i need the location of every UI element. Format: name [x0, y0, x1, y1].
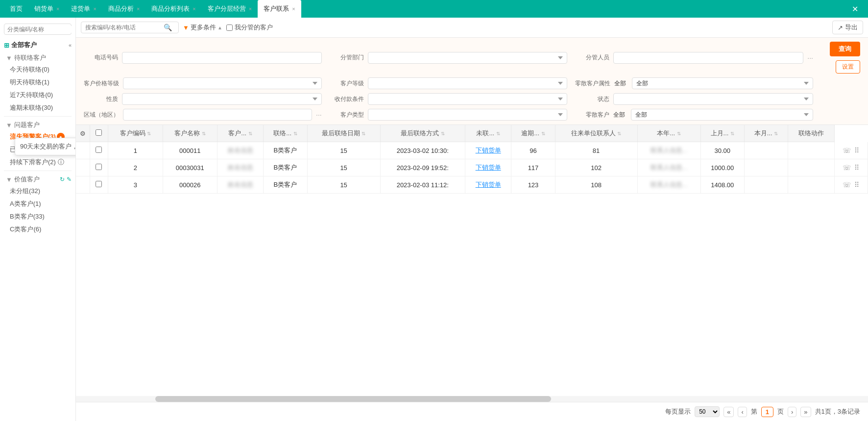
nav-home[interactable]: 首页	[4, 0, 28, 18]
filter-status-label: 状态	[575, 95, 609, 103]
my-customers-checkbox-wrap[interactable]: 我分管的客户	[226, 23, 273, 32]
filter-phone-input[interactable]	[122, 52, 322, 64]
row-method-2[interactable]: 下销货单	[465, 176, 511, 194]
filter-payment-select[interactable]	[368, 93, 568, 105]
th-checkbox[interactable]	[90, 125, 108, 142]
query-button[interactable]: 查询	[830, 42, 860, 56]
settings-button[interactable]: 设置	[836, 60, 860, 74]
filter-region-dots[interactable]: ···	[316, 111, 322, 119]
row-checkbox-0[interactable]	[90, 142, 108, 159]
filter-region-input[interactable]	[123, 109, 312, 121]
filter-customer-type-select[interactable]	[368, 109, 568, 121]
th-contact-count[interactable]: 联络... ⇅	[264, 125, 307, 142]
sidebar-item-7day-contact[interactable]: 近7天待联络(0)	[0, 89, 75, 101]
prev-page-btn[interactable]: ‹	[738, 407, 747, 417]
th-last-month[interactable]: 上月... ⇅	[700, 125, 744, 142]
filter-retail-customer: 零散客户 全部 全部	[575, 109, 813, 121]
search-wrap: 🔍	[81, 22, 179, 33]
next-page-btn[interactable]: ›	[788, 407, 796, 417]
filter-nature-select[interactable]	[122, 93, 322, 105]
nav-sales-order[interactable]: 销货单 ×	[28, 0, 65, 18]
sidebar-item-today-contact[interactable]: 今天待联络(0)	[0, 63, 75, 76]
filter-price-level-select[interactable]	[123, 77, 322, 89]
row-checkbox-2[interactable]	[90, 176, 108, 194]
nav-close-sales-order[interactable]: ×	[56, 6, 59, 12]
action-contact-icon-0[interactable]: ☏	[843, 147, 851, 154]
th-contacts[interactable]: 往来单位联系人 ⇅	[555, 125, 637, 142]
nav-customer-contact[interactable]: 客户联系 ×	[258, 0, 301, 18]
th-customer-type[interactable]: 客户... ⇅	[217, 125, 263, 142]
action-more-icon-1[interactable]: ⠿	[854, 164, 859, 172]
last-page-btn[interactable]: »	[800, 407, 811, 417]
window-close-button[interactable]: ✕	[846, 4, 864, 14]
nav-customer-layered[interactable]: 客户分层经营 ×	[202, 0, 258, 18]
filter-retail-attr-select[interactable]: 全部	[632, 77, 813, 89]
sidebar-item-ungrouped[interactable]: 未分组(32)	[0, 185, 75, 198]
toolbar: 🔍 ▼ 更多条件 ▲ 我分管的客户 ↗ 导出	[76, 18, 868, 38]
sidebar-item-overdue-contact[interactable]: 逾期未联络(30)	[0, 101, 75, 114]
sidebar-group-waiting[interactable]: ▼ 待联络客户	[0, 51, 75, 63]
row-select-2[interactable]	[96, 181, 102, 187]
sidebar-group-problem[interactable]: ▼ 问题客户	[0, 119, 75, 130]
search-submit-icon[interactable]: 🔍	[164, 24, 172, 31]
row-settings-1	[76, 159, 90, 176]
arrow-icon-waiting: ▼	[6, 54, 12, 62]
sidebar-group-value[interactable]: ▼ 价值客户 ↻ ✎	[0, 173, 75, 185]
filter-dept-select[interactable]	[368, 52, 568, 64]
nav-close-product-analysis-list[interactable]: ×	[193, 6, 195, 12]
th-last-contact-date[interactable]: 最后联络日期 ⇅	[307, 125, 380, 142]
edit-icon-value[interactable]: ✎	[67, 176, 72, 183]
horizontal-scrollbar[interactable]	[76, 396, 868, 402]
sidebar-item-tomorrow-contact[interactable]: 明天待联络(1)	[0, 76, 75, 89]
filter-status-select[interactable]	[613, 93, 813, 105]
filter-customer-level-select[interactable]	[368, 77, 568, 89]
sidebar-item-declining[interactable]: 持续下滑客户(2) ⓘ	[0, 156, 75, 169]
my-customers-checkbox[interactable]	[226, 25, 233, 31]
action-more-icon-0[interactable]: ⠿	[854, 147, 859, 154]
sidebar-search-input[interactable]	[7, 26, 76, 33]
sidebar-item-class-b[interactable]: B类客户(33)	[0, 210, 75, 223]
row-checkbox-1[interactable]	[90, 159, 108, 176]
filter-region: 区域（地区） ···	[84, 109, 322, 121]
sidebar-collapse-icon[interactable]: «	[69, 42, 72, 48]
th-this-year[interactable]: 本年... ⇅	[637, 125, 700, 142]
filter-manager-input[interactable]	[613, 52, 803, 64]
export-button[interactable]: ↗ 导出	[832, 21, 863, 34]
refresh-icon-value[interactable]: ↻	[60, 176, 65, 183]
action-more-icon-2[interactable]: ⠿	[854, 181, 859, 189]
row-select-1[interactable]	[96, 164, 102, 170]
row-select-0[interactable]	[96, 147, 102, 153]
th-settings[interactable]: ⚙	[76, 125, 90, 142]
th-overdue[interactable]: 逾期... ⇅	[511, 125, 555, 142]
filter-retail-customer-select[interactable]: 全部	[631, 109, 813, 121]
nav-product-analysis[interactable]: 商品分析 ×	[102, 0, 145, 18]
first-page-btn[interactable]: «	[723, 407, 734, 417]
th-customer-code[interactable]: 客户编码 ⇅	[108, 125, 163, 142]
row-method-1[interactable]: 下销货单	[465, 159, 511, 176]
filter-nature-label: 性质	[84, 95, 118, 103]
scrollbar-thumb[interactable]	[155, 396, 552, 402]
filter-manager-dots[interactable]: ···	[807, 54, 813, 62]
th-customer-name[interactable]: 客户名称 ⇅	[163, 125, 217, 142]
nav-close-product-analysis[interactable]: ×	[137, 6, 140, 12]
sidebar-all-customers[interactable]: ⊞ 全部客户 «	[0, 39, 75, 51]
pagination-bar: 每页显示 50 100 « ‹ 第 1 页 › » 共1页，3条记录	[76, 402, 868, 421]
row-method-0[interactable]: 下销货单	[465, 142, 511, 159]
sidebar-item-class-c[interactable]: C类客户(6)	[0, 223, 75, 236]
action-contact-icon-2[interactable]: ☏	[843, 181, 851, 189]
th-last-contact-method[interactable]: 最后联络方式 ⇅	[380, 125, 465, 142]
th-this-month[interactable]: 本月... ⇅	[744, 125, 788, 142]
action-contact-icon-1[interactable]: ☏	[843, 164, 851, 172]
nav-close-purchase-order[interactable]: ×	[93, 6, 96, 12]
sidebar-item-class-a[interactable]: A类客户(1)	[0, 198, 75, 210]
nav-close-customer-contact[interactable]: ×	[292, 6, 295, 12]
filter-customer-type: 客户类型	[330, 109, 568, 121]
more-conditions-btn[interactable]: ▼ 更多条件 ▲	[183, 23, 222, 32]
th-uncontacted[interactable]: 未联... ⇅	[465, 125, 511, 142]
nav-product-analysis-list[interactable]: 商品分析列表 ×	[145, 0, 201, 18]
search-input[interactable]	[85, 24, 164, 31]
per-page-select[interactable]: 50 100	[695, 406, 720, 417]
nav-close-customer-layered[interactable]: ×	[249, 6, 252, 12]
nav-purchase-order[interactable]: 进货单 ×	[65, 0, 102, 18]
select-all-checkbox[interactable]	[96, 129, 102, 136]
